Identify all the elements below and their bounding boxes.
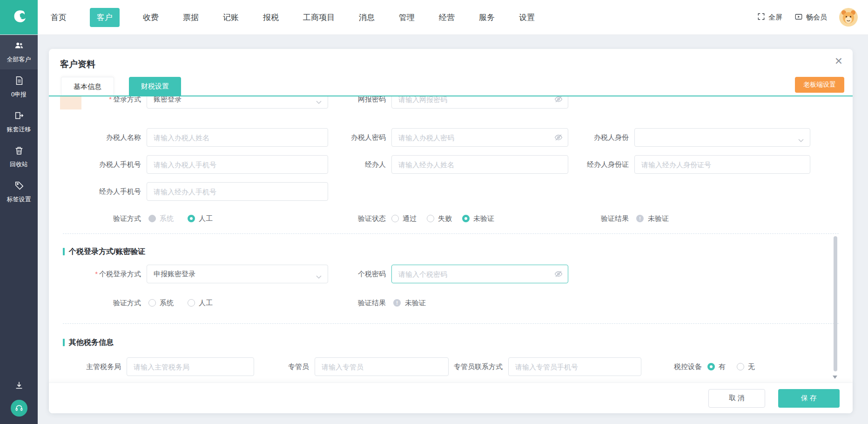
sidebar-item-label: 标签设置 <box>7 195 31 204</box>
tag-icon <box>14 180 24 192</box>
chevron-down-icon <box>798 136 804 144</box>
nav-charge[interactable]: 收费 <box>142 8 160 27</box>
nav-tax-filing[interactable]: 报税 <box>262 8 280 27</box>
close-icon[interactable]: × <box>835 55 842 68</box>
nav-management[interactable]: 管理 <box>398 8 416 27</box>
app-logo[interactable] <box>0 0 38 34</box>
sidebar-item-tag-settings[interactable]: 标签设置 <box>0 174 38 209</box>
dashed-divider <box>63 323 839 324</box>
radio-manual[interactable]: 人工 <box>188 214 213 223</box>
sidebar-item-declare[interactable]: 0申报 <box>0 69 38 104</box>
tab-basic-info[interactable]: 基本信息 <box>61 77 114 96</box>
verify-method2-radios: 系统 人工 <box>147 299 328 308</box>
radio-manual[interactable]: 人工 <box>188 299 213 308</box>
agent-input[interactable] <box>392 156 568 173</box>
verify-status-label: 验证状态 <box>328 214 391 223</box>
radio-dot <box>391 215 399 222</box>
section-bar <box>63 339 65 346</box>
users-icon <box>14 41 24 52</box>
personal-login-select[interactable]: 申报账密登录 <box>147 265 328 283</box>
taxer-name-label: 办税人名称 <box>63 133 147 142</box>
agent-phone-field <box>147 182 328 201</box>
nav-home[interactable]: 首页 <box>50 8 67 27</box>
radio-unverified[interactable]: 未验证 <box>462 214 494 223</box>
nav-settings[interactable]: 设置 <box>518 8 536 27</box>
sidebar-item-all-customers[interactable]: 全部客户 <box>0 34 38 69</box>
admin-contact-field <box>508 357 641 376</box>
form-row-agent-phone: 经办人手机号 <box>63 182 839 201</box>
radio-pass[interactable]: 通过 <box>391 214 417 223</box>
required-mark: * <box>95 270 98 278</box>
personal-password-input[interactable] <box>392 265 568 283</box>
boss-settings-button[interactable]: 老板端设置 <box>795 77 844 93</box>
trash-icon <box>14 145 24 157</box>
download-button[interactable] <box>14 380 24 390</box>
radio-dot <box>188 215 195 222</box>
nav-business-project[interactable]: 工商项目 <box>302 8 336 27</box>
taxer-phone-input[interactable] <box>147 156 328 173</box>
info-icon: ! <box>636 215 644 222</box>
nav-invoice[interactable]: 票据 <box>182 8 200 27</box>
sidebar-bottom <box>0 380 38 417</box>
tax-settings-form: *登录方式 账密登录 网报密码 办税人名称 <box>49 96 853 383</box>
dialog-header: 客户资料 × <box>49 49 853 70</box>
member-video-icon <box>794 13 803 22</box>
export-arrow-icon <box>14 110 24 122</box>
taxer-name-input[interactable] <box>147 129 328 146</box>
dialog-title: 客户资料 <box>60 58 841 70</box>
admin-input[interactable] <box>315 358 448 376</box>
agent-phone-input[interactable] <box>147 183 328 200</box>
radio-system[interactable]: 系统 <box>148 214 174 223</box>
save-button[interactable]: 保 存 <box>778 389 840 408</box>
scrollbar-down-arrow[interactable] <box>833 376 837 379</box>
taxer-identity-select[interactable] <box>634 128 810 147</box>
cancel-button[interactable]: 取 消 <box>708 389 765 408</box>
taxer-identity-label: 办税人身份 <box>568 133 634 142</box>
avatar[interactable] <box>839 8 858 27</box>
nav-messages[interactable]: 消息 <box>358 8 376 27</box>
member-button[interactable]: 畅会员 <box>794 13 827 22</box>
eye-off-icon[interactable] <box>554 96 563 103</box>
personal-password-label: 个税密码 <box>328 270 391 279</box>
support-button[interactable] <box>11 400 27 417</box>
dialog-tabbar: 基本信息 财税设置 老板端设置 <box>49 77 853 96</box>
tax-bureau-field <box>127 357 254 376</box>
radio-no-device[interactable]: 无 <box>737 362 755 371</box>
nav-operation[interactable]: 经营 <box>438 8 456 27</box>
sidebar-item-recycle-bin[interactable]: 回收站 <box>0 139 38 174</box>
sidebar-item-migrate[interactable]: 账套迁移 <box>0 104 38 139</box>
verify-result2-label: 验证结果 <box>328 299 391 308</box>
admin-label: 专管员 <box>254 362 315 371</box>
taxer-phone-label: 办税人手机号 <box>63 160 147 169</box>
headset-icon <box>14 403 24 413</box>
navbar-right: 全屏 畅会员 <box>757 8 868 27</box>
radio-system[interactable]: 系统 <box>148 299 174 308</box>
tab-tax-settings[interactable]: 财税设置 <box>129 77 181 96</box>
web-password-field <box>391 96 568 109</box>
document-icon <box>14 75 24 87</box>
fullscreen-button[interactable]: 全屏 <box>757 13 782 22</box>
verify-result-label: 验证结果 <box>568 214 634 223</box>
agent-id-input[interactable] <box>635 156 810 173</box>
form-row-verify2: 验证方式 系统 人工 验证结果 ! 未验证 <box>63 297 839 308</box>
admin-contact-input[interactable] <box>509 358 641 376</box>
radio-dot <box>188 299 195 307</box>
tax-bureau-input[interactable] <box>127 358 254 376</box>
eye-off-icon[interactable] <box>554 133 563 142</box>
nav-service[interactable]: 服务 <box>478 8 496 27</box>
taxer-password-input[interactable] <box>392 129 568 146</box>
select-value: 账密登录 <box>147 96 182 104</box>
personal-password-field <box>391 265 568 283</box>
nav-bookkeeping[interactable]: 记账 <box>222 8 240 27</box>
radio-has-device[interactable]: 有 <box>707 362 726 371</box>
verify-result2-value: ! 未验证 <box>391 299 426 308</box>
chevron-down-icon <box>316 273 322 281</box>
login-method-select[interactable]: 账密登录 <box>147 96 328 109</box>
radio-fail[interactable]: 失败 <box>427 214 452 223</box>
eye-off-icon[interactable] <box>554 270 563 278</box>
taxer-password-field <box>391 128 568 147</box>
web-password-input[interactable] <box>392 96 568 108</box>
nav-customer[interactable]: 客户 <box>90 8 120 27</box>
logo-leaf-icon <box>9 7 29 28</box>
scrollbar-thumb[interactable] <box>834 236 837 371</box>
